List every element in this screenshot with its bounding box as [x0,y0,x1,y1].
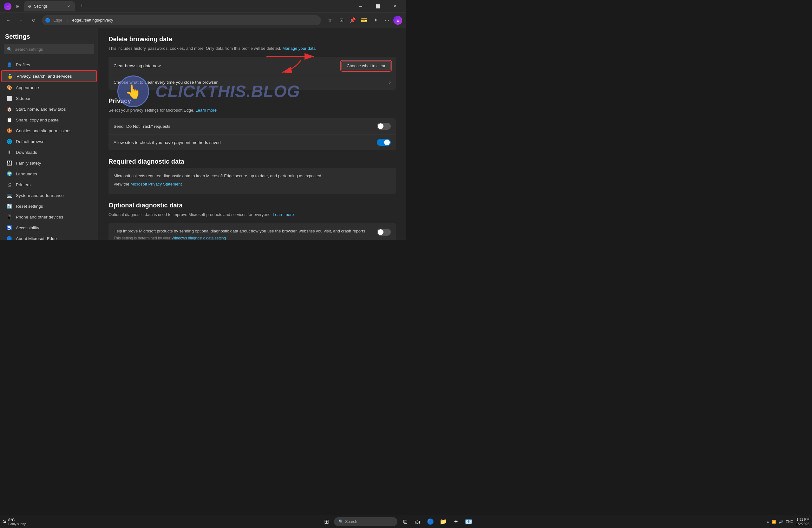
downloads-icon: ⬇ [6,149,12,155]
sidebar-label-family-safety: Family safety [16,161,41,165]
sidebar-label-about: About Microsoft Edge [16,236,57,240]
phone-icon: 📱 [6,214,12,220]
favorites-icon[interactable]: ☆ [325,15,335,25]
sidebar-item-profiles[interactable]: 👤 Profiles [1,59,97,70]
privacy-learn-more-link[interactable]: Learn more [196,108,217,113]
sidebar-label-appearance: Appearance [16,85,39,90]
sidebar-item-share-copy[interactable]: 📋 Share, copy and paste [1,115,97,125]
sidebar: Settings 🔍 Search settings 👤 Profiles 🔒 … [0,28,98,240]
search-icon: 🔍 [7,47,12,52]
main-layout: Settings 🔍 Search settings 👤 Profiles 🔒 … [0,28,406,240]
settings-tab[interactable]: ⚙ Settings ✕ [24,1,75,11]
sidebar-label-cookies: Cookies and site permissions [16,129,72,133]
about-icon: 🔵 [6,236,12,240]
dnt-label: Send "Do Not Track" requests [114,124,170,129]
sidebar-item-phone[interactable]: 📱 Phone and other devices [1,211,97,222]
payment-methods-row: Allow sites to check if you have payment… [108,134,396,150]
printers-icon: 🖨 [6,182,12,187]
clear-on-close-row[interactable]: Choose what to clear every time you clos… [108,75,396,90]
dnt-toggle[interactable] [377,123,391,130]
sidebar-item-languages[interactable]: 🌍 Languages [1,168,97,179]
payment-toggle[interactable] [377,139,391,146]
privacy-section: Privacy Select your privacy settings for… [108,97,396,151]
reload-btn[interactable]: ↻ [29,16,38,25]
required-diag-link-row: View the Microsoft Privacy Statement [114,181,391,187]
tab-close-btn[interactable]: ✕ [66,4,71,9]
settings-tab-label: Settings [34,4,47,9]
sidebar-item-accessibility[interactable]: ♿ Accessibility [1,222,97,233]
content-area: Delete browsing data This includes histo… [98,28,406,240]
sidebar-item-start-home[interactable]: 🏠 Start, home, and new tabs [1,104,97,115]
default-browser-icon: 🌐 [6,138,12,144]
required-diag-card: Microsoft collects required diagnostic d… [108,168,396,194]
maximize-btn[interactable]: ⬜ [371,1,385,11]
dnt-toggle-knob [378,123,383,129]
optional-diag-row-label: Help improve Microsoft products by sendi… [114,228,372,234]
sidebar-item-cookies[interactable]: 🍪 Cookies and site permissions [1,125,97,136]
share-copy-icon: 📋 [6,117,12,123]
languages-icon: 🌍 [6,171,12,177]
sidebar-item-reset[interactable]: 🔄 Reset settings [1,201,97,211]
sidebar-label-system: System and performance [16,193,64,198]
sidebar-label-reset: Reset settings [16,204,43,209]
profiles-icon: 👤 [6,62,12,68]
sidebar-item-sidebar[interactable]: ⬜ Sidebar [1,93,97,104]
delete-browsing-card: Clear browsing data now Choose what to c… [108,57,396,90]
privacy-icon: 🔒 [7,73,13,79]
family-safety-icon: 👨‍👩‍👧 [6,160,12,166]
new-tab-btn[interactable]: + [77,2,86,11]
sidebar-item-system[interactable]: 💻 System and performance [1,190,97,201]
close-btn[interactable]: ✕ [388,1,402,11]
windows-diag-link[interactable]: Windows diagnostic data setting [172,236,226,240]
clear-now-row: Clear browsing data now Choose what to c… [108,57,396,75]
edge-logo-icon: 🔵 [45,18,50,23]
sidebar-item-family-safety[interactable]: 👨‍👩‍👧 Family safety [1,158,97,168]
privacy-title: Privacy [108,97,396,105]
optional-diag-section: Optional diagnostic data Optional diagno… [108,202,396,240]
user-profile-btn[interactable]: E [393,16,402,25]
profile-avatar[interactable]: E [4,2,11,10]
window-controls: ─ ⬜ ✕ [353,1,402,11]
titlebar: E ⊞ ⚙ Settings ✕ + ─ ⬜ ✕ [0,0,406,13]
split-screen-icon[interactable]: ⊡ [336,15,346,25]
system-icon: 💻 [6,192,12,198]
reset-icon: 🔄 [6,203,12,209]
clear-now-label: Clear browsing data now [114,63,161,68]
address-divider: Edge [53,18,62,23]
address-bar[interactable]: 🔵 Edge | edge://settings/privacy [42,15,321,25]
required-diag-desc: Microsoft collects required diagnostic d… [114,173,391,179]
sidebar-item-appearance[interactable]: 🎨 Appearance [1,82,97,93]
privacy-statement-link[interactable]: Microsoft Privacy Statement [130,182,182,187]
sidebar-item-printers[interactable]: 🖨 Printers [1,179,97,190]
sidebar-label-profiles: Profiles [16,62,30,67]
more-btn[interactable]: ··· [382,15,392,25]
optional-diag-card: Help improve Microsoft products by sendi… [108,223,396,240]
payment-toggle-knob [384,140,390,145]
sidebar-label-sidebar: Sidebar [16,96,31,101]
optional-diag-text: Help improve Microsoft products by sendi… [114,228,372,240]
tab-grid-icon[interactable]: ⊞ [14,2,21,10]
sidebar-item-default-browser[interactable]: 🌐 Default browser [1,136,97,147]
optional-diag-knob [378,229,383,235]
sidebar-item-downloads[interactable]: ⬇ Downloads [1,147,97,158]
copilot-icon[interactable]: ✦ [371,15,381,25]
sidebar-label-printers: Printers [16,182,31,187]
sidebar-item-about[interactable]: 🔵 About Microsoft Edge [1,233,97,240]
choose-what-to-clear-btn[interactable]: Choose what to clear [341,61,391,70]
sidebar-item-privacy[interactable]: 🔒 Privacy, search, and services [1,70,97,82]
wallet-icon[interactable]: 💳 [359,15,369,25]
minimize-btn[interactable]: ─ [353,1,368,11]
collections-icon[interactable]: 📌 [348,15,358,25]
toolbar-icons: ☆ ⊡ 📌 💳 ✦ ··· E [325,15,402,25]
accessibility-icon: ♿ [6,225,12,231]
back-btn[interactable]: ← [4,16,13,25]
forward-btn[interactable]: → [16,16,25,25]
appearance-icon: 🎨 [6,85,12,90]
cookies-icon: 🍪 [6,128,12,133]
address-separator: | [67,18,68,23]
optional-diag-toggle[interactable] [377,229,391,236]
manage-data-link[interactable]: Manage your data [282,46,316,51]
optional-diag-learn-more[interactable]: Learn more [273,212,294,217]
search-box[interactable]: 🔍 Search settings [4,44,94,54]
chevron-right-icon: › [389,79,391,85]
